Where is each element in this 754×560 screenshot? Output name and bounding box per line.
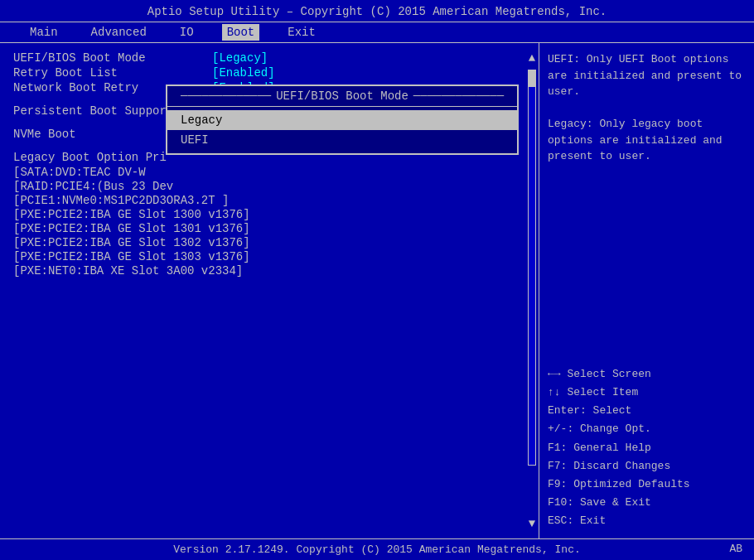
footer-ab: AB xyxy=(729,543,742,555)
modal-dialog: UEFI/BIOS Boot Mode Legacy UEFI xyxy=(166,84,519,155)
modal-option-legacy[interactable]: Legacy xyxy=(167,110,517,130)
key-select-screen: ←→ Select Screen xyxy=(548,365,746,384)
boot-list-item-0[interactable]: [SATA:DVD:TEAC DV-W xyxy=(13,166,525,179)
footer-text: Version 2.17.1249. Copyright (C) 2015 Am… xyxy=(173,543,580,556)
modal-overlay: UEFI/BIOS Boot Mode Legacy UEFI xyxy=(166,84,519,155)
bios-screen: Aptio Setup Utility – Copyright (C) 2015… xyxy=(0,0,754,560)
setting-value-retry-boot-list: [Enabled] xyxy=(212,66,275,80)
key-f1: F1: General Help xyxy=(548,439,746,457)
main-content: UEFI/BIOS Boot Mode [Legacy] Retry Boot … xyxy=(0,43,754,538)
nav-boot[interactable]: Boot xyxy=(222,24,260,41)
left-panel: UEFI/BIOS Boot Mode [Legacy] Retry Boot … xyxy=(0,43,539,538)
modal-body: Legacy UEFI xyxy=(167,107,517,153)
key-change-opt: +/-: Change Opt. xyxy=(548,420,746,438)
help-text-content: UEFI: Only UEFI Boot options are initial… xyxy=(548,53,742,162)
nav-bar: Main Advanced IO Boot Exit xyxy=(0,22,754,43)
key-f10: F10: Save & Exit xyxy=(548,494,746,512)
nav-advanced[interactable]: Advanced xyxy=(86,24,152,41)
boot-list-item-4[interactable]: [PXE:PCIE2:IBA GE Slot 1301 v1376] xyxy=(13,222,525,235)
help-text: UEFI: Only UEFI Boot options are initial… xyxy=(548,51,746,165)
key-select-item: ↑↓ Select Item xyxy=(548,384,746,402)
nav-main[interactable]: Main xyxy=(25,24,63,41)
boot-list-item-7[interactable]: [PXE:NET0:IBA XE Slot 3A00 v2334] xyxy=(13,264,525,278)
boot-list-item-1[interactable]: [RAID:PCIE4:(Bus 23 Dev xyxy=(13,180,525,193)
setting-uefi-bios-boot-mode[interactable]: UEFI/BIOS Boot Mode [Legacy] xyxy=(13,51,525,65)
boot-list: [SATA:DVD:TEAC DV-W [RAID:PCIE4:(Bus 23 … xyxy=(13,166,525,278)
right-panel: UEFI: Only UEFI Boot options are initial… xyxy=(539,43,754,538)
scroll-down-arrow: ▼ xyxy=(529,517,535,530)
setting-label-uefi-bios-boot-mode: UEFI/BIOS Boot Mode xyxy=(13,51,212,65)
modal-title-text: UEFI/BIOS Boot Mode xyxy=(276,89,408,103)
setting-value-uefi-bios-boot-mode: [Legacy] xyxy=(212,51,268,65)
nav-exit[interactable]: Exit xyxy=(283,24,321,41)
keys-section: ←→ Select Screen ↑↓ Select Item Enter: S… xyxy=(548,365,746,530)
modal-option-uefi[interactable]: UEFI xyxy=(167,130,517,150)
scroll-thumb xyxy=(529,70,535,87)
setting-label-retry-boot-list: Retry Boot List xyxy=(13,66,212,80)
key-f9: F9: Optimized Defaults xyxy=(548,476,746,494)
key-esc: ESC: Exit xyxy=(548,512,746,530)
key-enter: Enter: Select xyxy=(548,402,746,420)
scroll-up-arrow: ▲ xyxy=(529,51,535,65)
scroll-track xyxy=(528,70,536,466)
modal-title-bar: UEFI/BIOS Boot Mode xyxy=(167,86,517,107)
footer: Version 2.17.1249. Copyright (C) 2015 Am… xyxy=(0,538,754,560)
boot-list-item-2[interactable]: [PCIE1:NVMe0:MS1PC2DD3ORA3.2T ] xyxy=(13,194,525,207)
setting-retry-boot-list[interactable]: Retry Boot List [Enabled] xyxy=(13,66,525,80)
title-bar: Aptio Setup Utility – Copyright (C) 2015… xyxy=(0,0,754,22)
nav-io[interactable]: IO xyxy=(175,24,199,41)
scroll-indicator: ▲ ▼ xyxy=(525,51,539,538)
title-text: Aptio Setup Utility – Copyright (C) 2015… xyxy=(147,5,607,18)
boot-list-item-6[interactable]: [PXE:PCIE2:IBA GE Slot 1303 v1376] xyxy=(13,250,525,263)
boot-list-item-5[interactable]: [PXE:PCIE2:IBA GE Slot 1302 v1376] xyxy=(13,236,525,249)
boot-list-item-3[interactable]: [PXE:PCIE2:IBA GE Slot 1300 v1376] xyxy=(13,208,525,221)
key-f7: F7: Discard Changes xyxy=(548,457,746,476)
